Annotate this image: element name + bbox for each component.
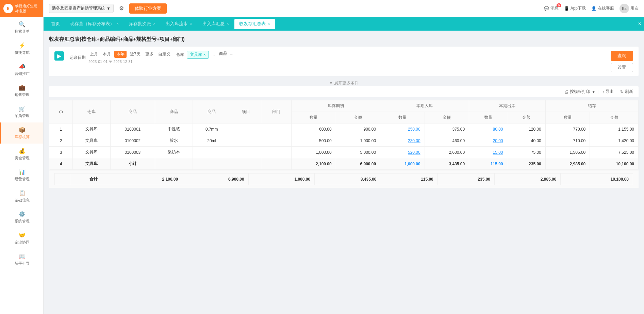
total-opening-qty: 2,100.00 — [116, 173, 182, 185]
app-download-action[interactable]: 📱 App下载 — [564, 5, 586, 11]
message-action[interactable]: 💬 消息 6 — [544, 5, 559, 11]
sidebar-item-sales[interactable]: 💼 销售管理 — [0, 80, 43, 101]
system-selector[interactable]: 装备及固定资产辅助管理系统 ▼ — [49, 4, 114, 13]
sidebar-logo: 6 畅捷通好生意 标准版 — [0, 0, 43, 17]
tab-recv-send-summary[interactable]: 收发存汇总表 × — [234, 19, 275, 29]
online-service-action[interactable]: 👤 在线客服 — [591, 5, 614, 11]
sidebar-item-base-info[interactable]: 📋 基础信息 — [0, 186, 43, 207]
try-industry-button[interactable]: 体验行业方案 — [129, 3, 167, 14]
tab-in-out-flow[interactable]: 出入库流水 × — [161, 19, 197, 29]
close-tab-inventory-dist[interactable]: × — [116, 21, 119, 26]
close-tab-in-out-flow[interactable]: × — [190, 21, 192, 26]
total-balance-qty: 2,985.00 — [495, 173, 561, 185]
filter-toggle-button[interactable]: ▶ — [54, 51, 64, 61]
sidebar-item-operation[interactable]: 📊 经营管理 — [0, 165, 43, 186]
row2-out-qty[interactable]: 20.00 — [469, 135, 507, 147]
row1-balance-amount: 1,155.00 — [590, 123, 639, 135]
table-row: 3 文具库 0100003 采访本 1,000.00 5,000.00 520.… — [49, 147, 639, 158]
sidebar-item-search[interactable]: 🔍 搜索菜单 — [0, 17, 43, 38]
sidebar-item-quick-nav[interactable]: ⚡ 快捷导航 — [0, 38, 43, 59]
row3-out-amount: 75.00 — [507, 147, 545, 158]
sidebar-item-finance[interactable]: 💰 资金管理 — [0, 144, 43, 165]
col-in-qty-header: 数量 — [380, 112, 425, 123]
subtotal-in-qty[interactable]: 1,000.00 — [380, 158, 425, 170]
row1-in-qty[interactable]: 250.00 — [380, 123, 425, 135]
print-button[interactable]: 🖨 按模板打印 ▼ — [564, 89, 596, 95]
finance-icon: 💰 — [19, 148, 26, 154]
subtotal-out-amount: 235.00 — [507, 158, 545, 170]
purchase-icon: 🛒 — [19, 105, 26, 112]
date-btn-this-month[interactable]: 本月 — [101, 51, 112, 58]
total-in-qty: 1,000.00 — [248, 173, 314, 185]
close-tab-in-out-summary[interactable]: × — [227, 21, 229, 26]
toolbar-divider-2: | — [616, 89, 617, 94]
column-settings-icon[interactable]: ⚙ — [59, 109, 63, 115]
subtotal-no: 4 — [49, 158, 73, 170]
date-btn-custom[interactable]: 自定义 — [157, 51, 172, 58]
row3-out-qty[interactable]: 15.00 — [469, 147, 507, 158]
close-tab-recv-send-summary[interactable]: × — [268, 21, 270, 26]
export-icon: ↑ — [602, 89, 604, 94]
tab-inventory-dist[interactable]: 现存量（库存分布表） × — [65, 19, 123, 29]
export-button[interactable]: ↑ 导出 — [602, 89, 614, 95]
tab-home[interactable]: 首页 — [46, 19, 65, 29]
dropdown-arrow-icon: ▼ — [592, 89, 596, 94]
row1-warehouse: 文具库 — [73, 123, 111, 135]
row2-opening-amount: 1,000.00 — [336, 135, 380, 147]
table-row: 1 文具库 0100001 中性笔 0.7mm 600.00 900.00 25… — [49, 123, 639, 135]
row1-out-qty[interactable]: 80.00 — [469, 123, 507, 135]
tab-in-out-summary-label: 出入库汇总 — [202, 21, 225, 27]
row2-warehouse: 文具库 — [73, 135, 111, 147]
subtotal-empty2 — [193, 158, 231, 170]
user-action[interactable]: Ea 用友 — [620, 4, 639, 13]
date-btn-this-year[interactable]: 本年 — [114, 51, 127, 58]
tab-recv-send-summary-label: 收发存汇总表 — [239, 21, 266, 27]
footer-spacer — [55, 173, 71, 185]
row3-goods-spec — [193, 147, 231, 158]
cooperation-icon: 🤝 — [19, 232, 26, 238]
query-button[interactable]: 查询 — [611, 51, 633, 61]
row3-goods-code: 0100003 — [111, 147, 155, 158]
warehouse-more-btn[interactable]: ... — [212, 52, 215, 57]
col-warehouse-header: 仓库 — [73, 100, 111, 123]
sidebar-item-inventory[interactable]: 📦 库存核算 — [0, 122, 43, 144]
marketing-icon: 📣 — [19, 63, 26, 70]
sales-icon: 💼 — [19, 84, 26, 91]
tab-inventory-dist-label: 现存量（库存分布表） — [70, 21, 114, 27]
row2-no: 2 — [49, 135, 73, 147]
warehouse-tag[interactable]: 文具库 × — [187, 51, 209, 59]
sidebar-item-guide[interactable]: 📖 新手引导 — [0, 249, 43, 270]
row3-opening-qty: 1,000.00 — [292, 147, 336, 158]
sidebar-item-marketing[interactable]: 📣 营销推广 — [0, 59, 43, 80]
sidebar-item-system[interactable]: ⚙️ 系统管理 — [0, 207, 43, 228]
refresh-button[interactable]: ↻ 刷新 — [620, 89, 633, 95]
refresh-icon: ↻ — [620, 89, 624, 94]
subtotal-warehouse: 文具库 — [73, 158, 111, 170]
row3-opening-amount: 5,000.00 — [336, 147, 380, 158]
sidebar-item-cooperation[interactable]: 🤝 企业协同 — [0, 228, 43, 249]
filter-settings-button[interactable]: 设置 — [611, 63, 633, 72]
gear-button[interactable]: ⚙ — [119, 5, 124, 12]
filter-section: ▶ 记账日期 上月 本月 本年 近7天 更多 自定义 — [49, 47, 639, 76]
row3-project — [231, 147, 261, 158]
sidebar-item-purchase[interactable]: 🛒 采购管理 — [0, 101, 43, 122]
warehouse-tag-close[interactable]: × — [203, 52, 206, 57]
expand-more-conditions-button[interactable]: ▼ 展开更多条件 — [329, 80, 359, 86]
col-settings[interactable]: ⚙ — [49, 100, 73, 123]
subtotal-empty4 — [261, 158, 292, 170]
tab-batch-ledger[interactable]: 库存批次账 × — [124, 19, 160, 29]
row3-in-qty[interactable]: 520.00 — [380, 147, 425, 158]
date-filter-group: 记账日期 上月 本月 本年 近7天 更多 自定义 2023-01-01 至 20… — [69, 51, 172, 64]
chevron-down-icon: ▼ — [329, 81, 333, 85]
close-tab-batch-ledger[interactable]: × — [153, 21, 155, 26]
goods-label: 商品 — [219, 51, 227, 56]
tab-in-out-summary[interactable]: 出入库汇总 × — [198, 19, 234, 29]
col-opening-qty-header: 数量 — [292, 112, 336, 123]
goods-more-btn[interactable]: ... — [230, 51, 233, 56]
row2-in-qty[interactable]: 230.00 — [380, 135, 425, 147]
date-btn-last-month[interactable]: 上月 — [88, 51, 99, 58]
close-all-tabs[interactable]: × — [638, 21, 641, 27]
date-btn-more[interactable]: 更多 — [144, 51, 155, 58]
date-btn-7days[interactable]: 近7天 — [129, 51, 142, 58]
subtotal-out-qty[interactable]: 115.00 — [469, 158, 507, 170]
